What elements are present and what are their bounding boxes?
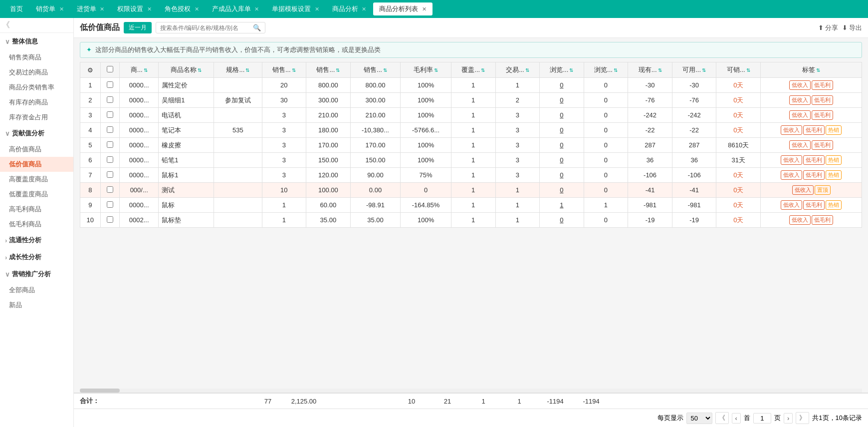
th-settings[interactable]: ⚙ (80, 62, 101, 78)
sidebar-group-liquidity[interactable]: › 流通性分析 (0, 232, 73, 249)
td-view1[interactable]: 0 (540, 183, 584, 198)
nav-role[interactable]: 角色授权 ✕ (159, 2, 205, 15)
export-btn[interactable]: ⬇ 导出 (842, 23, 862, 32)
td-view1[interactable]: 0 (540, 138, 584, 153)
row-checkbox[interactable] (107, 111, 113, 118)
page-number-input[interactable] (753, 413, 771, 424)
sidebar-item-high-coverage[interactable]: 高覆盖度商品 (0, 172, 73, 187)
sidebar-item-new-goods[interactable]: 新品 (0, 298, 73, 313)
sidebar-group-contribution[interactable]: ∨ 贡献值分析 (0, 125, 73, 142)
sidebar-item-low-margin[interactable]: 低毛利商品 (0, 217, 73, 232)
nav-permission[interactable]: 权限设置 ✕ (111, 2, 158, 15)
close-icon[interactable]: ✕ (315, 6, 319, 12)
view1-link[interactable]: 0 (560, 126, 563, 134)
sidebar-group-overall[interactable]: ∨ 整体信息 (0, 33, 73, 50)
last-page-btn[interactable]: 》 (796, 412, 809, 424)
nav-home[interactable]: 首页 (4, 2, 29, 15)
td-check[interactable] (100, 198, 119, 213)
view1-link[interactable]: 0 (560, 186, 563, 194)
close-icon[interactable]: ✕ (254, 6, 259, 12)
view1-link[interactable]: 0 (560, 156, 563, 164)
view1-link[interactable]: 0 (560, 111, 563, 119)
td-check[interactable] (100, 153, 119, 168)
th-gross[interactable]: 毛利率⇅ (401, 62, 451, 78)
row-checkbox[interactable] (107, 96, 113, 103)
row-checkbox[interactable] (107, 171, 113, 178)
view1-link[interactable]: 0 (560, 216, 563, 224)
sidebar-item-stock-goods[interactable]: 有库存的商品 (0, 95, 73, 110)
close-icon[interactable]: ✕ (147, 6, 152, 12)
next-page-btn[interactable]: › (784, 413, 793, 424)
nav-purchase[interactable]: 进货单 ✕ (71, 2, 111, 15)
th-view2[interactable]: 浏览...⇅ (584, 62, 628, 78)
td-view1[interactable]: 0 (540, 108, 584, 123)
th-avail[interactable]: 可用...⇅ (672, 62, 716, 78)
td-check[interactable] (100, 213, 119, 228)
td-view1[interactable]: 0 (540, 93, 584, 108)
sidebar-item-low-value[interactable]: 低价值商品 (0, 157, 73, 172)
row-checkbox[interactable] (107, 216, 113, 223)
search-input[interactable] (160, 24, 251, 31)
share-btn[interactable]: ⬆ 分享 (818, 23, 838, 32)
horizontal-scrollbar[interactable] (80, 389, 862, 393)
nav-products-in[interactable]: 产成品入库单 ✕ (206, 2, 265, 15)
td-view1[interactable]: 0 (540, 213, 584, 228)
close-icon[interactable]: ✕ (362, 6, 366, 12)
td-check[interactable] (100, 168, 119, 183)
sidebar-item-stock-capital[interactable]: 库存资金占用 (0, 110, 73, 125)
td-view1[interactable]: 0 (540, 123, 584, 138)
th-view1[interactable]: 浏览...⇅ (540, 62, 584, 78)
select-all-checkbox[interactable] (107, 66, 113, 72)
th-code[interactable]: 商...⇅ (120, 62, 159, 78)
th-s1[interactable]: 销售...⇅ (262, 62, 306, 78)
td-check[interactable] (100, 108, 119, 123)
td-check[interactable] (100, 138, 119, 153)
sidebar-group-growth[interactable]: › 成长性分析 (0, 249, 73, 266)
filter-recent-btn[interactable]: 近一月 (124, 22, 152, 33)
sidebar-group-marketing[interactable]: ∨ 营销推广分析 (0, 266, 73, 283)
th-day[interactable]: 可销...⇅ (716, 62, 761, 78)
row-checkbox[interactable] (107, 156, 113, 163)
td-check[interactable] (100, 93, 119, 108)
row-checkbox[interactable] (107, 81, 113, 88)
th-s2[interactable]: 销售...⇅ (306, 62, 351, 78)
sidebar-item-high-value[interactable]: 高价值商品 (0, 142, 73, 157)
row-checkbox[interactable] (107, 126, 113, 133)
view1-link[interactable]: 1 (560, 201, 563, 209)
close-icon[interactable]: ✕ (100, 6, 104, 12)
sidebar-item-sales-goods[interactable]: 销售类商品 (0, 50, 73, 65)
sidebar-item-low-coverage[interactable]: 低覆盖度商品 (0, 187, 73, 202)
per-page-select[interactable]: 50 100 200 (686, 413, 712, 424)
th-stock[interactable]: 现有...⇅ (628, 62, 672, 78)
row-checkbox[interactable] (107, 186, 113, 193)
sidebar-item-traded-goods[interactable]: 交易过的商品 (0, 65, 73, 80)
search-icon[interactable]: 🔍 (253, 24, 261, 31)
view1-link[interactable]: 0 (560, 141, 563, 149)
close-icon[interactable]: ✕ (59, 6, 64, 12)
sidebar-collapse-btn[interactable]: 《 (2, 20, 10, 30)
td-check[interactable] (100, 183, 119, 198)
view1-link[interactable]: 0 (560, 81, 563, 89)
th-cover[interactable]: 覆盖...⇅ (451, 62, 495, 78)
row-checkbox[interactable] (107, 201, 113, 208)
th-tags[interactable]: 标签⇅ (761, 62, 862, 78)
view1-link[interactable]: 0 (560, 96, 563, 104)
row-checkbox[interactable] (107, 141, 113, 148)
th-name[interactable]: 商品名称⇅ (159, 62, 214, 78)
sidebar-item-category-sales[interactable]: 商品分类销售率 (0, 80, 73, 95)
td-view1[interactable]: 0 (540, 78, 584, 93)
nav-goods-analysis-list[interactable]: 商品分析列表 ✕ (373, 2, 433, 15)
td-view1[interactable]: 0 (540, 153, 584, 168)
nav-sales[interactable]: 销货单 ✕ (30, 2, 70, 15)
view1-link[interactable]: 0 (560, 171, 563, 179)
first-page-btn[interactable]: 《 (715, 412, 729, 424)
th-s3[interactable]: 销售...⇅ (350, 62, 401, 78)
td-check[interactable] (100, 78, 119, 93)
nav-goods-analysis[interactable]: 商品分析 ✕ (326, 2, 373, 15)
th-spec[interactable]: 规格...⇅ (214, 62, 262, 78)
td-view1[interactable]: 1 (540, 198, 584, 213)
prev-page-btn[interactable]: ‹ (732, 413, 741, 424)
td-view1[interactable]: 0 (540, 168, 584, 183)
close-icon[interactable]: ✕ (195, 6, 199, 12)
th-trade[interactable]: 交易...⇅ (495, 62, 540, 78)
